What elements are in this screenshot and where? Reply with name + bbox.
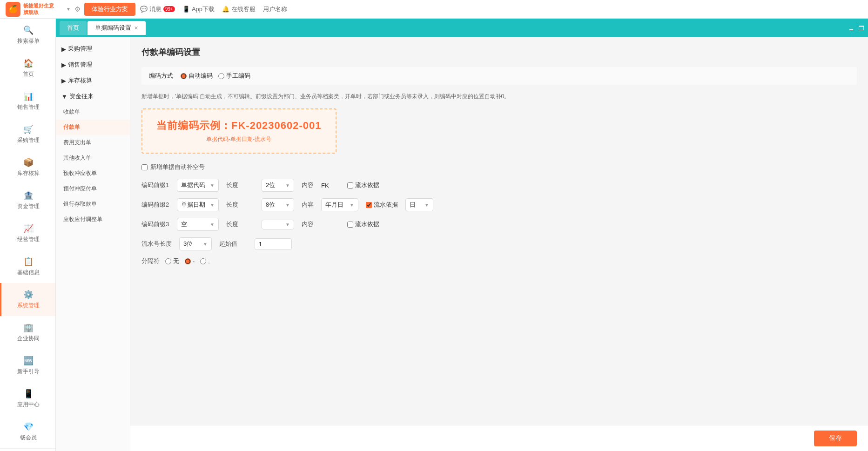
- top-bar-right: 💬 消息 99+ 📱 App下载 🔔 在线客服 用户名称: [140, 5, 287, 13]
- prefix2-select[interactable]: 单据日期 ▼: [177, 198, 219, 211]
- serial-length-select[interactable]: 3位 ▼: [179, 237, 212, 250]
- sub-group-inventory-header[interactable]: ▶ 库存核算: [56, 73, 130, 88]
- prefix1-length-chevron-icon: ▼: [285, 183, 290, 188]
- serial-length-label: 流水号长度: [141, 240, 172, 248]
- sidebar-item-system[interactable]: ⚙️ 系统管理: [0, 283, 55, 316]
- serial-start-input[interactable]: [255, 238, 292, 250]
- sidebar-item-enterprise[interactable]: 🏢 企业协同: [0, 316, 55, 349]
- prefix3-serial-checkbox-row: 流水依据: [347, 220, 379, 229]
- gear-icon[interactable]: ⚙: [74, 5, 81, 13]
- example-desc: 单据代码-单据日期-流水号: [156, 135, 322, 143]
- enterprise-icon: 🏢: [23, 323, 34, 333]
- sidebar-item-guide[interactable]: 🆕 新手引导: [0, 349, 55, 382]
- left-sidebar: 🔍 搜索菜单 🏠 首页 📊 销售管理 🛒 采购管理 📦 库存核算 🏦 资金管理 …: [0, 19, 56, 451]
- purchase-icon: 🛒: [23, 124, 34, 135]
- prefix-row-2: 编码前缀2 单据日期 ▼ 长度 8位 ▼ 内容 年月日: [141, 198, 857, 211]
- sidebar-bottom: ⚙ ◀: [0, 448, 55, 451]
- manual-encoding-radio[interactable]: 手工编码: [218, 72, 250, 80]
- tab-bar-right: 🗕 🗖: [848, 25, 864, 32]
- chevron-right-icon: ▶: [61, 46, 66, 53]
- prefix3-length-label: 长度: [226, 220, 254, 229]
- save-button[interactable]: 保存: [814, 431, 857, 446]
- serial-length-chevron-icon: ▼: [203, 242, 208, 247]
- user-name: 用户名称: [263, 5, 287, 13]
- sidebar-item-finance[interactable]: 🏦 资金管理: [0, 184, 55, 217]
- tab-encoding[interactable]: 单据编码设置 ✕: [87, 21, 146, 35]
- prefix1-select[interactable]: 单据代码 ▼: [177, 179, 219, 192]
- prefix2-length-select[interactable]: 8位 ▼: [262, 198, 294, 211]
- sep-dash-radio[interactable]: -: [185, 258, 195, 265]
- prefix2-serial-checkbox[interactable]: [366, 202, 372, 208]
- prefix1-serial-label: 流水依据: [355, 181, 379, 189]
- page-body: ▶ 采购管理 ▶ 销售管理 ▶ 库存核算: [56, 37, 868, 451]
- logo-icon: 🍊: [6, 2, 20, 17]
- experience-btn[interactable]: 体验行业方案: [84, 3, 135, 16]
- app-logo: 🍊 畅捷通好生意 旗舰版: [6, 2, 61, 17]
- sidebar-item-inventory[interactable]: 📦 库存核算: [0, 151, 55, 184]
- sidebar-search[interactable]: 🔍 搜索菜单: [0, 19, 55, 52]
- serial-row: 流水号长度 3位 ▼ 起始值: [141, 237, 857, 250]
- sub-item-expense[interactable]: 费用支出单: [56, 135, 130, 150]
- sidebar-item-basic[interactable]: 📋 基础信息: [0, 250, 55, 283]
- logo-text: 畅捷通好生意 旗舰版: [23, 3, 54, 15]
- sub-item-prepaid-recv[interactable]: 预收冲应收单: [56, 166, 130, 181]
- sub-group-funds-header[interactable]: ▼ 资金往来: [56, 88, 130, 104]
- auto-fill-checkbox[interactable]: [141, 164, 148, 170]
- sidebar-item-member[interactable]: 💎 畅会员: [0, 415, 55, 448]
- encoding-method-label: 编码方式: [149, 72, 173, 80]
- prefix2-chevron-icon: ▼: [210, 202, 215, 208]
- sub-group-sales-header[interactable]: ▶ 销售管理: [56, 57, 130, 73]
- message-icon: 💬: [140, 6, 148, 13]
- tab-home[interactable]: 首页: [60, 21, 87, 35]
- sub-item-other-income[interactable]: 其他收入单: [56, 150, 130, 166]
- tab-close-icon[interactable]: ✕: [134, 25, 138, 31]
- sidebar-item-sales[interactable]: 📊 销售管理: [0, 85, 55, 118]
- chevron-down-icon[interactable]: ▼: [66, 7, 71, 12]
- sub-item-receipt[interactable]: 收款单: [56, 104, 130, 120]
- prefix3-select[interactable]: 空 ▼: [177, 218, 219, 231]
- sub-item-payment[interactable]: 付款单: [56, 120, 130, 135]
- info-text: 新增单据时，'单据编码'自动生成，不可编辑。前缀设置为部门、业务员等档案类，开单…: [141, 92, 857, 101]
- prefix3-label: 编码前缀3: [141, 220, 169, 229]
- prefix1-serial-checkbox-row: 流水依据: [347, 181, 379, 189]
- prefix3-serial-checkbox[interactable]: [347, 222, 353, 228]
- chevron-right-icon3: ▶: [61, 77, 66, 84]
- home-icon: 🏠: [23, 58, 34, 68]
- prefix2-content-select[interactable]: 年月日 ▼: [321, 198, 358, 211]
- tab-maximize-icon[interactable]: 🗖: [858, 25, 864, 32]
- app-download-btn[interactable]: 📱 App下载: [182, 5, 215, 13]
- prefix2-content-label: 内容: [302, 201, 314, 209]
- encoding-radio-group: 自动编码 手工编码: [181, 72, 250, 80]
- sep-dot-radio[interactable]: .: [200, 258, 210, 265]
- prefix2-day-select[interactable]: 日 ▼: [405, 198, 433, 211]
- sidebar-item-appstore[interactable]: 📱 应用中心: [0, 382, 55, 415]
- sub-group-purchase-header[interactable]: ▶ 采购管理: [56, 41, 130, 57]
- auto-encoding-radio[interactable]: 自动编码: [181, 72, 213, 80]
- separator-label: 分隔符: [141, 257, 160, 265]
- prefix2-length-chevron-icon: ▼: [285, 202, 290, 208]
- prefix1-serial-checkbox[interactable]: [347, 182, 353, 188]
- user-avatar[interactable]: 用户名称: [263, 5, 287, 13]
- online-service-btn[interactable]: 🔔 在线客服: [222, 5, 256, 13]
- tab-minimize-icon[interactable]: 🗕: [848, 25, 855, 32]
- example-box: 当前编码示例：FK-20230602-001 单据代码-单据日期-流水号: [141, 108, 336, 154]
- sub-item-bank-deposit[interactable]: 银行存取款单: [56, 196, 130, 212]
- content-area: 首页 单据编码设置 ✕ 🗕 🗖 ▶ 采购管理: [56, 19, 868, 451]
- auto-fill-checkbox-row: 新增单据自动补空号: [141, 163, 857, 171]
- operations-icon: 📈: [23, 223, 34, 234]
- sep-none-radio[interactable]: 无: [165, 257, 179, 265]
- sales-icon: 📊: [23, 91, 34, 101]
- sub-item-prepaid-pay[interactable]: 预付冲应付单: [56, 181, 130, 196]
- prefix3-length-chevron-icon: ▼: [285, 222, 290, 227]
- sub-item-ar-ap-adjust[interactable]: 应收应付调整单: [56, 212, 130, 227]
- sidebar-item-operations[interactable]: 📈 经营管理: [0, 217, 55, 250]
- sidebar-item-purchase[interactable]: 🛒 采购管理: [0, 118, 55, 151]
- prefix1-length-select[interactable]: 2位 ▼: [262, 179, 294, 192]
- sidebar-item-home[interactable]: 🏠 首页: [0, 52, 55, 85]
- prefix1-content-value: FK: [321, 182, 340, 189]
- chevron-right-icon2: ▶: [61, 61, 66, 68]
- prefix1-label: 编码前缀1: [141, 181, 169, 189]
- message-btn[interactable]: 💬 消息 99+: [140, 5, 175, 13]
- prefix3-length-select[interactable]: ▼: [262, 220, 294, 229]
- prefix1-chevron-icon: ▼: [210, 183, 215, 188]
